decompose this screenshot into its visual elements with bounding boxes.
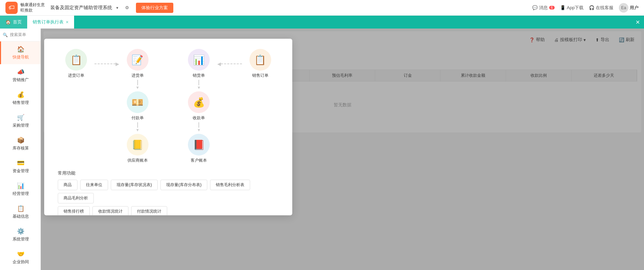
sales-order-icon: 📋 — [254, 54, 266, 66]
func-btn-sales-rank[interactable]: 销售排行榜 — [58, 206, 90, 215]
func-btn-goods[interactable]: 商品 — [58, 180, 77, 190]
supplier-label: 供应商账本 — [127, 158, 148, 163]
flow-node-purchase-bill: 📝 进货单 — [119, 49, 156, 78]
sidebar-item-purchase[interactable]: 🛒 采购管理 — [0, 110, 40, 132]
payment-icon: 💴 — [132, 97, 143, 108]
settings-icon[interactable]: ⚙ — [122, 3, 132, 13]
customer-circle: 📕 — [188, 134, 210, 156]
modal-body: 📋 进货订单 ▶ — [44, 39, 292, 215]
service-icon: 🎧 — [589, 5, 594, 10]
flow-arrows-down: ▼ ▼ — [58, 80, 279, 90]
flow-row-1: 📋 进货订单 ▶ — [58, 49, 279, 78]
inventory-icon: 📦 — [17, 137, 24, 144]
sales-order-circle: 📋 — [249, 49, 271, 71]
func-btn-stock-dist[interactable]: 现存量(库存分布表) — [160, 180, 207, 190]
func-btns-row-2: 销售排行榜 收款情况统计 付款情况统计 — [58, 206, 279, 215]
flow-arrows-down-2: ▼ ▼ — [58, 122, 279, 132]
app-icon: 📱 — [560, 5, 565, 10]
modal-dialog: 📋 进货订单 ▶ — [44, 39, 292, 215]
logo-line2: 旺推款 — [20, 8, 45, 13]
tab-close-icon[interactable]: ✕ — [66, 20, 69, 24]
sidebar-item-sales[interactable]: 💰 销售管理 — [0, 87, 40, 110]
purchase-order-label: 进货订单 — [68, 73, 84, 78]
flow-row-3: 📒 供应商账本 📕 客户账本 — [58, 134, 279, 163]
app-download-button[interactable]: 📱 App下载 — [560, 5, 584, 11]
message-button[interactable]: 💬 消息 6 — [532, 5, 555, 11]
flow-node-customer: 📕 客户账本 — [180, 134, 217, 163]
system-dropdown[interactable]: ▾ — [116, 5, 118, 10]
enterprise-label: 企业协同 — [13, 259, 29, 265]
logo-text: 畅康通好生意 旺推款 — [20, 2, 45, 13]
purchase-label: 采购管理 — [13, 123, 29, 128]
arrow-1: ▶ — [116, 61, 119, 67]
marketing-label: 营销推广 — [13, 77, 29, 83]
flow-diagram: 📋 进货订单 ▶ — [58, 49, 279, 163]
quick-nav-icon: 🏠 — [17, 46, 24, 53]
basic-info-label: 基础信息 — [13, 214, 29, 219]
purchase-bill-icon: 📝 — [132, 54, 143, 66]
logo-area: 🏷 畅康通好生意 旺推款 — [5, 2, 46, 14]
search-icon: 🔍 — [3, 33, 8, 37]
user-avatar: Ea — [619, 3, 628, 13]
arrow-down-purchase: ▼ — [119, 80, 156, 90]
basic-info-icon: 📋 — [17, 205, 24, 212]
purchase-bill-label: 进货单 — [132, 73, 144, 78]
sidebar-item-finance[interactable]: 💳 资金管理 — [0, 155, 40, 178]
finance-label: 资金管理 — [13, 168, 29, 174]
top-header: 🏷 畅康通好生意 旺推款 装备及固定资产辅助管理系统 ▾ ⚙ 体验行业方案 💬 … — [0, 0, 644, 16]
tab-home[interactable]: 🏠 首页 — [0, 16, 27, 29]
sidebar-item-marketing[interactable]: 📣 营销推广 — [0, 64, 40, 87]
flow-node-sales-bill: 📊 销货单 — [180, 49, 217, 78]
vline-4 — [198, 122, 199, 128]
tabs-close-icon[interactable]: ✕ — [636, 19, 640, 25]
sidebar: 🔍 搜索菜单 🏠 快捷导航 📣 营销推广 💰 销售管理 🛒 采购管理 📦 库存核… — [0, 29, 41, 270]
sidebar-item-system[interactable]: ⚙️ 系统管理 — [0, 223, 40, 246]
arrow-down-sales: ▼ — [180, 80, 217, 90]
receipt-icon: 💰 — [193, 97, 205, 108]
user-label: 用户 — [630, 5, 639, 11]
func-btn-sales-profit[interactable]: 销售毛利分析表 — [210, 180, 250, 190]
sidebar-item-enterprise[interactable]: 🤝 企业协同 — [0, 246, 40, 269]
func-btn-stock-status[interactable]: 现存量(库存状况表) — [111, 180, 158, 190]
sidebar-item-quick-nav[interactable]: 🏠 快捷导航 — [0, 41, 40, 64]
vline-1 — [137, 80, 138, 85]
sidebar-item-inventory[interactable]: 📦 库存核算 — [0, 132, 40, 155]
sidebar-item-operations[interactable]: 📊 经营管理 — [0, 178, 40, 201]
home-icon: 🏠 — [5, 20, 11, 25]
arrow-down-1: ▼ — [136, 85, 140, 90]
system-label: 系统管理 — [13, 236, 29, 242]
logo-icon: 🏷 — [5, 2, 18, 14]
func-btn-counterparts[interactable]: 往来单位 — [80, 180, 108, 190]
online-service-button[interactable]: 🎧 在线客服 — [589, 5, 613, 11]
marketing-icon: 📣 — [17, 68, 24, 76]
sales-order-label: 销售订单 — [252, 73, 268, 78]
func-btn-goods-profit[interactable]: 商品毛利分析 — [58, 193, 94, 203]
payment-label: 付款单 — [132, 115, 144, 121]
vline-3 — [137, 122, 138, 128]
purchase-order-icon: 📋 — [70, 54, 82, 66]
func-btn-payment-stats[interactable]: 付款情况统计 — [131, 206, 167, 215]
sales-label: 销售管理 — [13, 100, 29, 106]
user-area[interactable]: Ea 用户 — [619, 3, 639, 13]
sidebar-search[interactable]: 🔍 搜索菜单 — [0, 29, 40, 41]
system-icon: ⚙️ — [17, 228, 24, 235]
vline-2 — [198, 80, 199, 85]
header-right: 💬 消息 6 📱 App下载 🎧 在线客服 Ea 用户 — [532, 3, 639, 13]
inventory-label: 库存核算 — [13, 145, 29, 151]
payment-circle: 💴 — [127, 91, 149, 113]
purchase-icon: 🛒 — [17, 114, 24, 121]
flow-node-sales-order: 📋 销售订单 — [242, 49, 279, 78]
quick-nav-label: 快捷导航 — [13, 54, 29, 60]
arrow-down-3: ▼ — [136, 128, 140, 132]
experience-button[interactable]: 体验行业方案 — [136, 3, 173, 13]
sales-icon: 💰 — [17, 91, 24, 98]
operations-icon: 📊 — [17, 182, 24, 190]
nav-tabs: 🏠 首页 销售订单执行表 ✕ ✕ — [0, 16, 644, 29]
func-btn-receipt-stats[interactable]: 收款情况统计 — [92, 206, 128, 215]
tab-sales-order[interactable]: 销售订单执行表 ✕ — [27, 16, 74, 29]
supplier-icon: 📒 — [132, 139, 143, 150]
arrow-down-payment: ▼ — [119, 122, 156, 132]
modal-overlay: 📋 进货订单 ▶ — [41, 29, 644, 270]
sidebar-item-basic-info[interactable]: 📋 基础信息 — [0, 201, 40, 223]
flow-row-2: 💴 付款单 💰 收款单 — [58, 91, 279, 121]
